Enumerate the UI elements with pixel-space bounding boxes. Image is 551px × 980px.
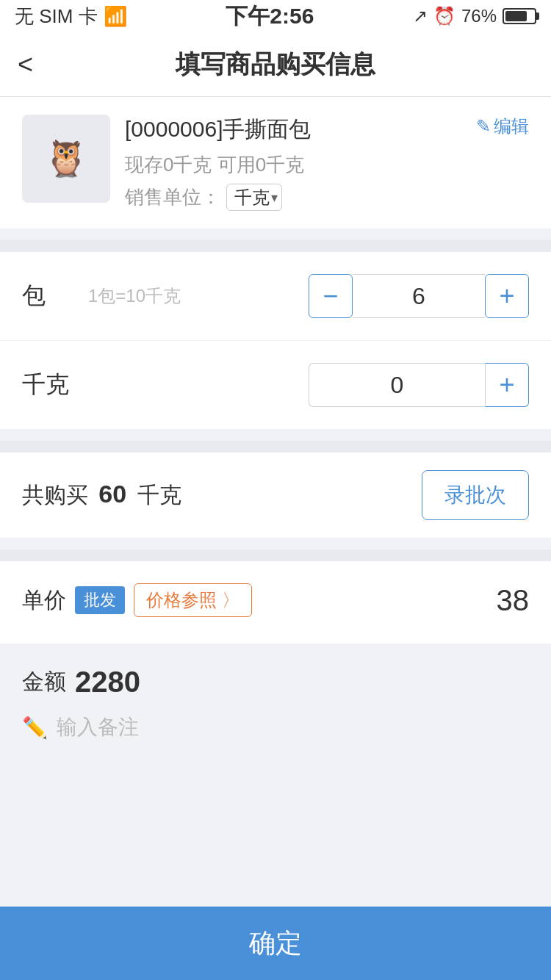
edit-icon: ✎	[476, 116, 491, 137]
product-name-row: [0000006]手撕面包 ✎ 编辑	[125, 115, 529, 145]
total-unit: 千克	[137, 483, 181, 507]
battery-label: 76%	[461, 6, 497, 26]
kg-label: 千克	[22, 369, 81, 401]
alarm-icon: ⏰	[433, 6, 455, 26]
kg-input-control: +	[309, 363, 529, 407]
bag-input-section: 包 1包=10千克 − + 千克 +	[0, 252, 551, 429]
product-stock: 现存0千克 可用0千克	[125, 152, 529, 178]
status-right: ↗ ⏰ 76%	[413, 6, 536, 26]
unit-label: 销售单位：	[125, 184, 220, 210]
amount-label: 金额	[22, 667, 66, 697]
location-icon: ↗	[413, 6, 428, 26]
spacer	[0, 749, 551, 907]
price-badge: 批发	[75, 586, 125, 614]
unit-select[interactable]: 千克	[226, 184, 282, 211]
total-row: 共购买 60 千克 录批次	[0, 453, 551, 538]
price-section: 单价 批发 价格参照 〉 38	[0, 561, 551, 644]
product-image: 🦉	[22, 115, 110, 203]
divider-1	[0, 240, 551, 252]
price-label-text: 单价	[22, 586, 66, 616]
product-unit-row: 销售单位： 千克	[125, 184, 529, 211]
bag-qty-input[interactable]	[353, 274, 485, 318]
bag-minus-button[interactable]: −	[309, 274, 353, 318]
confirm-button[interactable]: 确定	[0, 907, 551, 980]
back-button[interactable]: <	[18, 49, 33, 80]
kg-input-row: 千克 +	[0, 341, 551, 429]
price-label: 单价 批发 价格参照 〉	[22, 583, 252, 617]
price-value: 38	[497, 584, 530, 617]
bag-hint: 1包=10千克	[88, 284, 309, 308]
page-title: 填写商品购买信息	[176, 48, 375, 82]
total-prefix: 共购买	[22, 483, 88, 507]
bag-plus-button[interactable]: +	[485, 274, 529, 318]
edit-label: 编辑	[494, 115, 529, 138]
total-qty: 60	[98, 480, 126, 508]
product-name: [0000006]手撕面包	[125, 115, 311, 145]
sim-label: 无 SIM 卡	[15, 4, 98, 29]
price-row: 单价 批发 价格参照 〉 38	[22, 583, 529, 617]
note-row[interactable]: ✏️ 输入备注	[22, 713, 529, 741]
amount-row: 金额 2280	[22, 666, 529, 699]
amount-section: 金额 2280 ✏️ 输入备注	[0, 644, 551, 749]
kg-qty-input[interactable]	[309, 363, 485, 407]
content-area: 🦉 [0000006]手撕面包 ✎ 编辑 现存0千克 可用0千克 销售单位： 千…	[0, 97, 551, 907]
batch-button[interactable]: 录批次	[422, 470, 529, 520]
total-text: 共购买 60 千克	[22, 480, 181, 511]
nav-bar: < 填写商品购买信息	[0, 32, 551, 97]
bag-label: 包	[22, 280, 81, 312]
kg-plus-button[interactable]: +	[485, 363, 529, 407]
bag-input-row: 包 1包=10千克 − +	[0, 252, 551, 341]
status-time: 下午2:56	[226, 1, 314, 32]
wifi-icon: 📶	[104, 5, 127, 28]
product-card: 🦉 [0000006]手撕面包 ✎ 编辑 现存0千克 可用0千克 销售单位： 千…	[0, 97, 551, 228]
status-bar: 无 SIM 卡 📶 下午2:56 ↗ ⏰ 76%	[0, 0, 551, 32]
divider-2	[0, 441, 551, 453]
product-info: [0000006]手撕面包 ✎ 编辑 现存0千克 可用0千克 销售单位： 千克	[125, 115, 529, 211]
amount-value: 2280	[75, 666, 140, 699]
note-placeholder: 输入备注	[57, 713, 139, 741]
price-ref-button[interactable]: 价格参照 〉	[134, 583, 252, 617]
edit-button[interactable]: ✎ 编辑	[476, 115, 529, 138]
bag-input-control: − +	[309, 274, 529, 318]
product-logo-icon: 🦉	[44, 138, 88, 179]
pencil-icon: ✏️	[22, 716, 48, 740]
battery-icon	[503, 8, 536, 24]
divider-3	[0, 550, 551, 561]
status-left: 无 SIM 卡 📶	[15, 4, 127, 29]
unit-select-wrap[interactable]: 千克	[226, 184, 282, 211]
